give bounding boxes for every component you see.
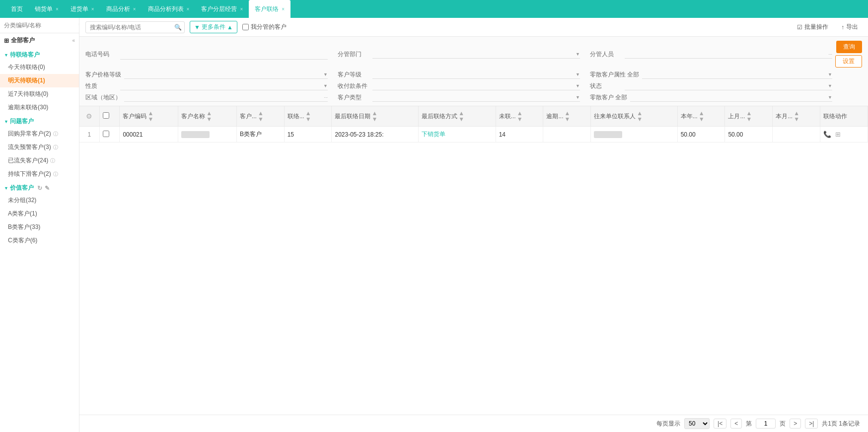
my-customer-checkbox[interactable]: [242, 24, 249, 30]
sidebar-item-churn-warning[interactable]: 流失预警客户(3) ⓘ: [0, 141, 79, 154]
nav-purchase-order[interactable]: 进货单 ×: [65, 0, 100, 18]
filter-select-price-level[interactable]: ▼: [124, 71, 328, 79]
sidebar-search-input[interactable]: [4, 22, 78, 29]
close-sales-order-icon[interactable]: ×: [56, 6, 59, 12]
col-code[interactable]: 客户编码 ▲▼: [120, 106, 178, 127]
grid-action-icon[interactable]: ⊞: [835, 131, 841, 138]
filter-select-customer-level[interactable]: ▼: [372, 71, 580, 79]
col-this-month[interactable]: 本月... ▲▼: [773, 106, 820, 127]
col-name[interactable]: 客户名称 ▲▼: [178, 106, 237, 127]
sort-icon-unit: ▲▼: [637, 110, 643, 122]
per-page-select[interactable]: 50 100 200: [684, 418, 710, 429]
cell-overdue: [543, 127, 591, 143]
filter-row-1: 电话号码 分管部门 ▼ 分管人员 ···: [85, 41, 862, 68]
search-input[interactable]: [85, 21, 185, 33]
filter-select-person[interactable]: ···: [625, 50, 832, 59]
nav-product-analysis[interactable]: 商品分析 ×: [100, 0, 142, 18]
close-product-analysis-list-icon[interactable]: ×: [187, 6, 190, 12]
filter-select-status[interactable]: ▼: [625, 82, 832, 90]
sidebar-item-overdue-contact[interactable]: 逾期未联络(30): [0, 101, 79, 114]
sidebar-item-unclassified[interactable]: 未分组(32): [0, 194, 79, 207]
nav-product-analysis-list[interactable]: 商品分析列表 ×: [142, 0, 196, 18]
batch-operation-button[interactable]: ☑ 批量操作: [793, 21, 832, 33]
page-label: 第: [746, 420, 752, 428]
close-customer-contact-icon[interactable]: ×: [282, 6, 285, 12]
phone-action-icon[interactable]: 📞: [823, 131, 831, 138]
nav-home[interactable]: 首页: [5, 0, 29, 18]
filter-item-customer-level: 客户等级 ▼: [338, 71, 580, 79]
nav-sales-order[interactable]: 销货单 ×: [29, 0, 65, 18]
sidebar-all-customers[interactable]: ⊞ 全部客户 «: [0, 33, 79, 48]
table-header-row: ⚙ 客户编码 ▲▼ 客户名称: [79, 106, 868, 127]
table-container: ⚙ 客户编码 ▲▼ 客户名称: [79, 106, 868, 415]
query-button[interactable]: 查询: [836, 41, 862, 53]
sidebar-group-pending[interactable]: ▼ 待联络客户: [0, 48, 79, 61]
filter-item-person: 分管人员 ···: [590, 50, 832, 59]
filter-select-nature[interactable]: ▼: [120, 82, 328, 90]
search-input-wrap: 🔍: [85, 21, 185, 33]
cell-unit-contact: [591, 127, 677, 143]
col-contact[interactable]: 联络... ▲▼: [284, 106, 332, 127]
cell-index: 1: [79, 127, 99, 143]
col-last-month[interactable]: 上月... ▲▼: [725, 106, 773, 127]
col-last-contact-method[interactable]: 最后联络方式 ▲▼: [419, 106, 496, 127]
sidebar-group-problem[interactable]: ▼ 问题客户: [0, 114, 79, 127]
set-button[interactable]: 设置: [835, 55, 862, 68]
first-page-button[interactable]: |<: [714, 419, 726, 429]
select-all-checkbox[interactable]: [103, 112, 109, 119]
sidebar-item-today-contact[interactable]: 今天待联络(0): [0, 61, 79, 74]
sidebar-item-repurchase-abnormal[interactable]: 回购异常客户(2) ⓘ: [0, 127, 79, 141]
sidebar-collapse-icon[interactable]: «: [72, 38, 75, 43]
col-type[interactable]: 客户... ▲▼: [236, 106, 284, 127]
last-page-button[interactable]: >|: [805, 419, 818, 429]
prev-page-button[interactable]: <: [730, 419, 742, 429]
sidebar-item-class-c[interactable]: C类客户(6): [0, 234, 79, 247]
sidebar-item-churned[interactable]: 已流失客户(24) ⓘ: [0, 154, 79, 167]
refresh-icon[interactable]: ↻: [37, 185, 42, 192]
chevron-down-icon-retail: ▼: [828, 72, 832, 77]
col-this-year[interactable]: 本年... ▲▼: [677, 106, 725, 127]
close-purchase-order-icon[interactable]: ×: [91, 6, 94, 12]
export-button[interactable]: ↑ 导出: [837, 21, 862, 33]
close-product-analysis-icon[interactable]: ×: [133, 6, 136, 12]
my-customer-checkbox-area[interactable]: 我分管的客户: [242, 23, 287, 31]
filter-select-retail-attr[interactable]: ▼: [642, 71, 832, 79]
table-row: 1 000021 B类客户 15 2023-05-23 18:25: 下销货: [79, 127, 868, 143]
sidebar-item-tomorrow-contact[interactable]: 明天待联络(1): [0, 74, 79, 87]
cell-contact: 15: [284, 127, 332, 143]
sidebar-item-7days-contact[interactable]: 近7天待联络(0): [0, 87, 79, 101]
sidebar-group-value[interactable]: ▼ 价值客户 ↻ ✎: [0, 181, 79, 194]
search-icon[interactable]: 🔍: [174, 24, 182, 31]
filter-select-payment[interactable]: ▼: [372, 82, 580, 90]
col-overdue[interactable]: 逾期... ▲▼: [543, 106, 591, 127]
last-contact-method-link[interactable]: 下销货单: [422, 131, 445, 138]
gear-settings-icon[interactable]: ⚙: [86, 112, 92, 120]
sidebar-item-class-b[interactable]: B类客户(33): [0, 220, 79, 234]
next-page-button[interactable]: >: [790, 419, 801, 429]
more-filter-button[interactable]: ▼ 更多条件 ▲: [190, 21, 237, 33]
sidebar-item-class-a[interactable]: A类客户(1): [0, 207, 79, 220]
nav-customer-contact[interactable]: 客户联络 ×: [249, 0, 290, 18]
sidebar-item-declining[interactable]: 持续下滑客户(2) ⓘ: [0, 167, 79, 181]
row-checkbox[interactable]: [103, 131, 109, 137]
arrow-down-icon3: ▼: [4, 186, 8, 191]
col-unit-contact[interactable]: 往来单位联系人 ▲▼: [591, 106, 677, 127]
filter-select-retail-customer[interactable]: ▼: [630, 93, 832, 102]
col-no-contact[interactable]: 未联... ▲▼: [496, 106, 543, 127]
info-icon4: ⓘ: [53, 171, 58, 178]
filter-label-status: 状态: [590, 82, 625, 90]
cell-no-contact: 14: [496, 127, 543, 143]
filter-select-customer-type[interactable]: ▼: [372, 93, 580, 102]
col-last-contact-date[interactable]: 最后联络日期 ▲▼: [332, 106, 419, 127]
cell-this-year: 50.00: [677, 127, 725, 143]
filter-input-phone[interactable]: [120, 49, 328, 60]
filter-select-dept[interactable]: ▼: [372, 50, 580, 59]
sidebar: 🔍 ⊞ 全部客户 « ▼ 待联络客户 今天待联络(0) 明天待联络(1) 近7天…: [0, 18, 79, 432]
filter-select-region[interactable]: ···: [124, 93, 328, 102]
close-customer-tier-icon[interactable]: ×: [240, 6, 243, 12]
edit-icon[interactable]: ✎: [45, 185, 50, 192]
nav-customer-tier[interactable]: 客户分层经营 ×: [195, 0, 249, 18]
filter-label-retail-attr: 零散客户属性 全部: [590, 71, 642, 79]
main-layout: 🔍 ⊞ 全部客户 « ▼ 待联络客户 今天待联络(0) 明天待联络(1) 近7天…: [0, 18, 868, 432]
page-input[interactable]: [756, 419, 776, 429]
